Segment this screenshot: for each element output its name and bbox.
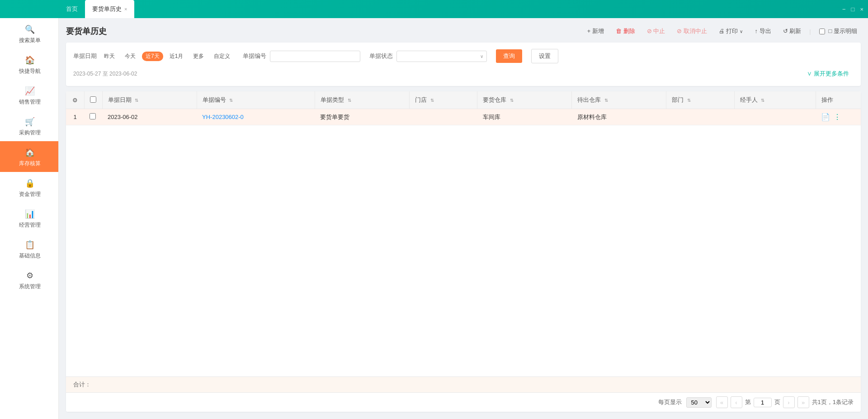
search-menu-icon: 🔍 xyxy=(25,24,35,34)
date-chip-7days[interactable]: 近7天 xyxy=(142,52,163,61)
settings-button[interactable]: 设置 xyxy=(531,49,558,63)
delete-button[interactable]: 🗑 删除 xyxy=(612,25,639,37)
filter-row-1: 单据日期 昨天 今天 近7天 近1月 更多 自定义 单据编号 xyxy=(73,49,854,63)
td-pending-warehouse: 原材料仓库 xyxy=(572,109,666,125)
sidebar-label-finance: 资金管理 xyxy=(19,190,41,198)
th-handler[interactable]: 经手人 ⇅ xyxy=(734,91,816,109)
select-all-checkbox[interactable] xyxy=(90,96,96,103)
table-container: ⚙ 单据日期 ⇅ 单据编号 ⇅ 单据类型 ⇅ 门店 ⇅ 要货仓库 ⇅ 待出仓库 … xyxy=(66,91,861,412)
date-chip-today[interactable]: 今天 xyxy=(121,52,139,61)
maximize-icon[interactable]: □ xyxy=(851,6,855,13)
th-dept[interactable]: 部门 ⇅ xyxy=(666,91,734,109)
td-req-warehouse: 车间库 xyxy=(477,109,572,125)
td-type: 要货单要货 xyxy=(315,109,409,125)
th-checkbox xyxy=(84,91,102,109)
sales-icon: 📈 xyxy=(25,86,35,96)
sidebar-item-sales[interactable]: 📈 销售管理 xyxy=(0,80,58,110)
tab-home[interactable]: 首页 xyxy=(59,0,85,18)
status-select[interactable] xyxy=(396,51,487,62)
sort-type-icon: ⇅ xyxy=(348,98,351,103)
td-handler xyxy=(734,109,816,125)
date-chip-yesterday[interactable]: 昨天 xyxy=(100,52,118,61)
th-store[interactable]: 门店 ⇅ xyxy=(409,91,477,109)
order-no-label: 单据编号 xyxy=(243,52,266,60)
td-dept xyxy=(666,109,734,125)
page-size-select[interactable]: 50 20 100 xyxy=(686,397,712,408)
first-page-button[interactable]: « xyxy=(716,396,728,408)
expand-filters-button[interactable]: ∨ 展开更多条件 xyxy=(802,68,854,80)
export-button[interactable]: ↑ 导出 xyxy=(751,25,774,37)
minimize-icon[interactable]: − xyxy=(842,6,846,13)
sidebar-label-quick-nav: 快捷导航 xyxy=(19,67,41,75)
sort-handler-icon: ⇅ xyxy=(761,98,764,103)
sidebar-item-inventory[interactable]: 🏠 库存核算 xyxy=(0,141,58,172)
sidebar-item-basic-info[interactable]: 📋 基础信息 xyxy=(0,233,58,264)
sidebar-label-sales: 销售管理 xyxy=(19,98,41,106)
th-type[interactable]: 单据类型 ⇅ xyxy=(315,91,409,109)
quick-nav-icon: 🏠 xyxy=(25,55,35,65)
edit-action-icon[interactable]: 📄 xyxy=(821,113,830,121)
tab-active[interactable]: 要货单历史 × xyxy=(85,0,134,18)
stop-button[interactable]: ⊘ 中止 xyxy=(643,25,669,37)
date-chips: 昨天 今天 近7天 近1月 更多 自定义 xyxy=(100,52,234,61)
sidebar-item-search-menu[interactable]: 🔍 搜索菜单 xyxy=(0,18,58,49)
footer-total-label: 合计： xyxy=(73,381,91,389)
order-no-input[interactable] xyxy=(270,51,360,62)
data-table: ⚙ 单据日期 ⇅ 单据编号 ⇅ 单据类型 ⇅ 门店 ⇅ 要货仓库 ⇅ 待出仓库 … xyxy=(66,91,861,125)
table-wrapper[interactable]: ⚙ 单据日期 ⇅ 单据编号 ⇅ 单据类型 ⇅ 门店 ⇅ 要货仓库 ⇅ 待出仓库 … xyxy=(66,91,861,376)
sidebar-label-operation: 经营管理 xyxy=(19,221,41,229)
date-chip-1month[interactable]: 近1月 xyxy=(166,52,187,61)
cancel-stop-button[interactable]: ⊘ 取消中止 xyxy=(673,25,711,37)
sidebar-item-finance[interactable]: 🔒 资金管理 xyxy=(0,172,58,203)
td-store xyxy=(409,109,477,125)
td-date: 2023-06-02 xyxy=(102,109,197,125)
sidebar-item-quick-nav[interactable]: 🏠 快捷导航 xyxy=(0,49,58,80)
td-order-no[interactable]: YH-20230602-0 xyxy=(197,109,315,125)
sidebar: 🔍 搜索菜单 🏠 快捷导航 📈 销售管理 🛒 采购管理 🏠 库存核算 🔒 资金管… xyxy=(0,18,59,419)
print-dropdown-icon[interactable]: ∨ xyxy=(740,29,743,34)
sidebar-item-operation[interactable]: 📊 经营管理 xyxy=(0,203,58,233)
td-checkbox xyxy=(84,109,102,125)
sort-store-icon: ⇅ xyxy=(430,98,434,103)
page-title: 要货单历史 xyxy=(66,26,107,37)
system-icon: ⚙ xyxy=(26,271,33,281)
window-controls: − □ × xyxy=(842,6,863,13)
pagination-bar: 每页显示 50 20 100 « ‹ 第 页 › » 共1页，1条记录 xyxy=(66,392,861,412)
more-action-icon[interactable]: ⋮ xyxy=(834,113,841,121)
sidebar-item-purchase[interactable]: 🛒 采购管理 xyxy=(0,110,58,141)
prev-page-button[interactable]: ‹ xyxy=(731,396,742,408)
date-chip-more[interactable]: 更多 xyxy=(189,52,208,61)
date-chip-custom[interactable]: 自定义 xyxy=(210,52,234,61)
basic-info-icon: 📋 xyxy=(25,240,35,250)
th-order-no[interactable]: 单据编号 ⇅ xyxy=(197,91,315,109)
new-button[interactable]: + 新增 xyxy=(584,25,608,37)
sidebar-item-system[interactable]: ⚙ 系统管理 xyxy=(0,264,58,295)
close-tab-icon[interactable]: × xyxy=(124,6,127,12)
sidebar-label-inventory: 库存核算 xyxy=(19,160,41,167)
filter-row-2: 2023-05-27 至 2023-06-02 ∨ 展开更多条件 xyxy=(73,68,854,80)
sort-pending-icon: ⇅ xyxy=(604,98,608,103)
display-detail-checkbox[interactable] xyxy=(819,29,825,34)
page-unit-label: 页 xyxy=(774,398,780,406)
print-button[interactable]: 🖨 打印 ∨ xyxy=(715,25,747,37)
page-number-input[interactable] xyxy=(754,398,772,407)
th-req-warehouse[interactable]: 要货仓库 ⇅ xyxy=(477,91,572,109)
display-detail-button[interactable]: □ 显示明细 xyxy=(816,25,861,37)
page-input-label: 第 xyxy=(745,398,751,406)
row-checkbox[interactable] xyxy=(90,113,96,119)
close-window-icon[interactable]: × xyxy=(860,6,863,13)
status-select-wrapper xyxy=(396,51,487,62)
inventory-icon: 🏠 xyxy=(25,148,35,157)
content-area: 要货单历史 + 新增 🗑 删除 ⊘ 中止 ⊘ 取消中止 🖨 打印 ∨ xyxy=(59,18,868,419)
last-page-button[interactable]: » xyxy=(797,396,809,408)
main-layout: 🔍 搜索菜单 🏠 快捷导航 📈 销售管理 🛒 采购管理 🏠 库存核算 🔒 资金管… xyxy=(0,18,868,419)
th-pending-warehouse[interactable]: 待出仓库 ⇅ xyxy=(572,91,666,109)
sidebar-label-system: 系统管理 xyxy=(19,283,41,290)
query-button[interactable]: 查询 xyxy=(496,49,522,63)
order-no-link[interactable]: YH-20230602-0 xyxy=(202,114,244,120)
th-settings[interactable]: ⚙ xyxy=(66,91,84,109)
next-page-button[interactable]: › xyxy=(783,396,795,408)
top-bar: 首页 要货单历史 × − □ × xyxy=(0,0,868,18)
refresh-button[interactable]: ↺ 刷新 xyxy=(779,25,805,37)
th-date[interactable]: 单据日期 ⇅ xyxy=(102,91,197,109)
